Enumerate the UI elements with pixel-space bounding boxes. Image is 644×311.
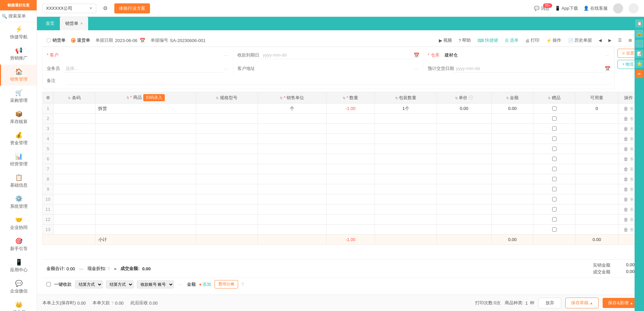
row-spec[interactable] xyxy=(196,215,258,225)
gift-checkbox[interactable] xyxy=(552,137,557,141)
sidebar-item-purchase[interactable]: 🛒 采购管理 xyxy=(0,86,37,107)
row-product[interactable] xyxy=(95,184,196,194)
row-price[interactable] xyxy=(437,164,492,174)
row-unit[interactable] xyxy=(258,184,326,194)
scan-btn[interactable]: 扫码录入 xyxy=(143,94,165,101)
gift-checkbox[interactable] xyxy=(552,167,557,171)
row-gift[interactable] xyxy=(533,215,575,225)
gift-checkbox[interactable] xyxy=(552,126,557,131)
row-amount[interactable] xyxy=(491,164,533,174)
row-barcode[interactable] xyxy=(53,124,96,134)
copy-row-icon[interactable]: ⎘ xyxy=(630,156,634,162)
row-amount[interactable] xyxy=(491,154,533,164)
row-unit[interactable]: 个 xyxy=(258,104,326,114)
row-barcode[interactable] xyxy=(53,225,96,235)
row-qty[interactable] xyxy=(326,194,375,204)
copy-row-icon[interactable]: ⎘ xyxy=(630,106,634,111)
list-view-btn[interactable]: ☰ xyxy=(615,37,624,44)
next-record-btn[interactable]: ▶ xyxy=(606,37,614,44)
row-amount[interactable] xyxy=(491,144,533,154)
row-product[interactable] xyxy=(95,124,196,134)
row-amount[interactable] xyxy=(491,215,533,225)
gift-checkbox[interactable] xyxy=(552,157,557,161)
help-btn[interactable]: ? 帮助 xyxy=(456,36,473,44)
radio-return[interactable]: 退货单 xyxy=(71,37,90,43)
customer-expand[interactable]: ··· xyxy=(223,53,229,58)
row-pack-qty[interactable] xyxy=(375,144,437,154)
tab-home[interactable]: 首页 xyxy=(40,17,60,30)
row-unit[interactable] xyxy=(258,215,326,225)
row-unit[interactable] xyxy=(258,114,326,124)
row-unit[interactable] xyxy=(258,124,326,134)
row-amount[interactable] xyxy=(491,184,533,194)
sidebar-item-marketing[interactable]: 📢 营销推广 xyxy=(0,43,37,65)
row-unit[interactable] xyxy=(258,194,326,204)
row-spec[interactable] xyxy=(196,144,258,154)
gift-checkbox[interactable] xyxy=(552,116,557,121)
sidebar-item-appstore[interactable]: 📱 应用中心 xyxy=(0,255,37,276)
row-gift[interactable] xyxy=(533,154,575,164)
row-amount[interactable] xyxy=(491,225,533,235)
row-pack-qty[interactable] xyxy=(375,194,437,204)
row-pack-qty[interactable] xyxy=(375,184,437,194)
row-unit[interactable] xyxy=(258,154,326,164)
row-qty[interactable]: -1.00 xyxy=(326,104,375,114)
delete-row-icon[interactable]: 🗑 xyxy=(623,217,629,222)
row-gift[interactable] xyxy=(533,174,575,184)
payment-method-select[interactable]: 结算方式 xyxy=(75,280,103,288)
right-panel-icon-5[interactable]: ⭐ xyxy=(635,60,643,68)
row-gift[interactable] xyxy=(533,184,575,194)
customer-addr-expand[interactable]: ··· xyxy=(413,66,419,71)
save-new-btn[interactable]: 保存&新增 ▲ xyxy=(603,298,639,308)
discard-btn[interactable]: 放弃 xyxy=(538,298,561,308)
row-price[interactable] xyxy=(437,114,492,124)
online-service-btn[interactable]: 👤 在线客服 xyxy=(583,5,608,11)
right-panel-icon-2[interactable]: 🔒 xyxy=(635,30,643,38)
sidebar-item-wecom[interactable]: 💬 企业微信 xyxy=(0,276,37,298)
delete-row-icon[interactable]: 🗑 xyxy=(623,126,629,131)
row-amount[interactable] xyxy=(491,134,533,144)
gift-checkbox[interactable] xyxy=(552,207,557,211)
discount-help-icon[interactable]: ? xyxy=(108,266,110,271)
sidebar-item-finance[interactable]: 💰 资金管理 xyxy=(0,128,37,149)
print-btn[interactable]: 🖨 打印 xyxy=(523,36,542,44)
gift-checkbox[interactable] xyxy=(552,106,557,111)
expected-date-calendar-icon[interactable]: 📅 xyxy=(605,66,610,71)
delete-row-icon[interactable]: 🗑 xyxy=(623,106,629,111)
row-unit[interactable] xyxy=(258,204,326,215)
row-gift[interactable] xyxy=(533,124,575,134)
right-panel-icon-3[interactable]: 🔗 xyxy=(635,40,643,48)
price-info-icon[interactable]: ⓘ xyxy=(469,95,473,100)
due-date-calendar-icon[interactable]: 📅 xyxy=(414,52,419,58)
payment-calc-select[interactable]: 结算方式 xyxy=(106,280,134,288)
th-settings[interactable]: ⚙ xyxy=(43,92,53,104)
sidebar-item-guide[interactable]: 🎯 新手引导 xyxy=(0,234,37,255)
right-panel-icon-4[interactable]: 📝 xyxy=(635,50,643,58)
row-pack-qty[interactable] xyxy=(375,154,437,164)
row-unit[interactable] xyxy=(258,225,326,235)
row-gift[interactable] xyxy=(533,164,575,174)
row-unit[interactable] xyxy=(258,134,326,144)
operation-btn[interactable]: ⚡ 操作 xyxy=(543,36,564,44)
row-barcode[interactable] xyxy=(53,204,96,215)
remarks-input[interactable] xyxy=(66,77,610,85)
row-gift[interactable] xyxy=(533,134,575,144)
row-spec[interactable] xyxy=(196,164,258,174)
row-spec[interactable] xyxy=(196,124,258,134)
sidebar-item-system[interactable]: ⚙️ 系统管理 xyxy=(0,192,37,213)
payment-help-icon[interactable]: ? xyxy=(241,282,244,287)
delete-row-icon[interactable]: 🗑 xyxy=(623,187,629,192)
row-gift[interactable] xyxy=(533,144,575,154)
copy-row-icon[interactable]: ⎘ xyxy=(630,217,634,222)
row-pack-qty[interactable] xyxy=(375,164,437,174)
row-pack-qty[interactable] xyxy=(375,215,437,225)
copy-row-icon[interactable]: ⎘ xyxy=(630,207,634,212)
row-price[interactable] xyxy=(437,184,492,194)
row-gift[interactable] xyxy=(533,114,575,124)
shortcut-btn[interactable]: ⌨ 快捷键 xyxy=(475,36,501,44)
sidebar-item-operation[interactable]: 📊 经营管理 xyxy=(0,149,37,170)
message-btn[interactable]: 💬 消息 99+ xyxy=(534,5,550,11)
row-product[interactable] xyxy=(95,114,196,124)
row-gift[interactable] xyxy=(533,204,575,215)
row-qty[interactable] xyxy=(326,225,375,235)
